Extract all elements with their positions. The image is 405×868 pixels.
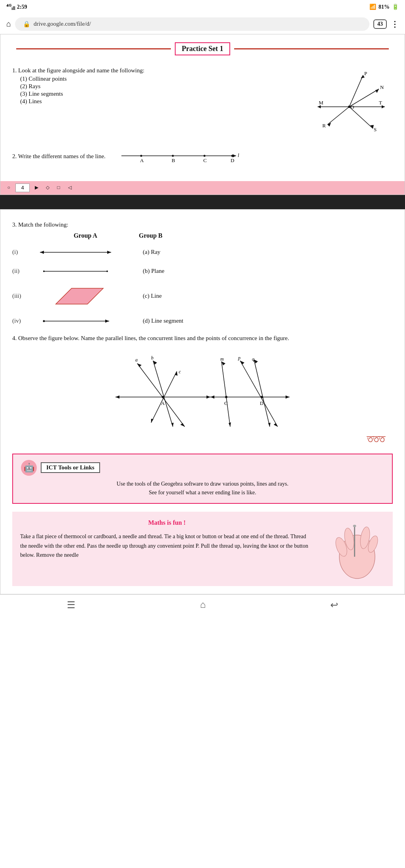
svg-point-22 [172, 155, 174, 157]
svg-point-24 [231, 155, 233, 157]
svg-marker-75 [210, 395, 214, 399]
group-a-header: Group A [32, 232, 139, 239]
svg-line-70 [254, 359, 270, 427]
match-a-2 [32, 265, 119, 277]
figure-q1-svg: O P N M T [306, 67, 393, 138]
q3-header: 3. Match the following: [12, 221, 393, 228]
status-right: 📶 81% 🔋 [369, 4, 399, 10]
svg-marker-31 [107, 251, 111, 254]
browser-bar: ⌂ 🔒 drive.google.com/file/d/ 43 ⋮ [0, 14, 405, 34]
battery-icon: 🔋 [392, 4, 399, 10]
svg-marker-56 [206, 395, 210, 399]
svg-text:m: m [220, 356, 224, 362]
svg-marker-39 [105, 320, 109, 323]
svg-point-78 [353, 525, 356, 527]
line-segment-svg [36, 265, 115, 277]
svg-marker-10 [318, 105, 321, 108]
group-b-header: Group B [139, 232, 393, 239]
page-number-input[interactable] [15, 183, 30, 192]
svg-text:A: A [140, 157, 144, 163]
svg-marker-64 [229, 422, 231, 427]
lock-icon: 🔒 [23, 21, 30, 28]
ict-icon: 🤖 [21, 460, 37, 476]
toolbar: ○ ▶ ◇ □ ◁ [0, 181, 405, 195]
svg-marker-74 [286, 395, 290, 399]
tab-count[interactable]: 43 [373, 19, 387, 29]
match-a-4 [32, 315, 119, 327]
menu-dots-icon[interactable]: ⋮ [391, 19, 399, 29]
black-separator [0, 195, 405, 209]
svg-marker-53 [151, 419, 153, 423]
svg-marker-32 [40, 251, 44, 254]
svg-text:P: P [364, 70, 367, 76]
q3-text: Match the following: [18, 221, 68, 228]
svg-point-35 [106, 270, 108, 272]
wifi-icon: 📶 [369, 4, 376, 10]
svg-text:A: A [161, 400, 165, 406]
svg-line-5 [349, 89, 379, 107]
sub-item-4: (4) Lines [20, 98, 298, 105]
svg-point-38 [43, 320, 45, 322]
svg-marker-68 [240, 361, 244, 365]
q4-number: 4. [12, 335, 17, 341]
svg-marker-69 [274, 423, 278, 427]
q1-sub-items: (1) Collinear points (2) Rays (3) Line s… [20, 76, 298, 105]
q4-text: 4. Observe the figure below. Name the pa… [12, 335, 393, 342]
svg-point-21 [140, 155, 142, 157]
svg-text:S: S [374, 127, 377, 132]
toolbar-triangle[interactable]: ◁ [65, 183, 74, 192]
svg-marker-9 [382, 105, 385, 108]
q1-text: 1. Look at the figure alongside and name… [12, 67, 298, 106]
toolbar-circle[interactable]: ○ [4, 183, 13, 192]
url-bar[interactable]: 🔒 drive.google.com/file/d/ [15, 17, 369, 31]
home-icon[interactable]: ⌂ [6, 19, 11, 28]
svg-text:p: p [238, 355, 240, 361]
hand-illustration-svg [326, 517, 381, 581]
fun-box: Maths is fun ! Take a flat piece of ther… [12, 512, 393, 586]
fun-text-section: Maths is fun ! Take a flat piece of ther… [20, 517, 314, 581]
svg-text:M: M [319, 100, 324, 106]
home-nav-icon[interactable]: ⌂ [200, 599, 206, 610]
url-text: drive.google.com/file/d/ [34, 21, 91, 27]
match-a-1 [32, 246, 119, 258]
match-a-3 [32, 284, 119, 308]
toolbar-rect[interactable]: □ [54, 183, 63, 192]
svg-line-45 [137, 363, 185, 427]
back-icon[interactable]: ↩ [330, 599, 338, 611]
svg-text:c: c [179, 369, 181, 374]
svg-line-62 [221, 361, 230, 427]
content-page-2: 3. Match the following: Group A Group B … [0, 209, 405, 594]
svg-line-67 [240, 361, 278, 427]
svg-marker-6 [375, 89, 379, 93]
q2-body: Write the different names of the line. [18, 153, 106, 159]
ict-header: 🤖 ICT Tools or Links [21, 460, 384, 476]
q4-body: Observe the figure below. Name the paral… [18, 335, 289, 341]
ict-title: ICT Tools or Links [41, 462, 100, 473]
match-num-1: (i) [12, 249, 32, 255]
q1-row: 1. Look at the figure alongside and name… [12, 67, 393, 140]
fun-body: Take a flat piece of thermocol or cardbo… [20, 532, 314, 560]
q2-row: 2. Write the different names of the line… [12, 148, 393, 165]
toolbar-arrow[interactable]: ▶ [32, 183, 41, 192]
figure-q4-svg: A a b c [104, 350, 301, 429]
svg-text:B: B [172, 157, 175, 163]
signal-icon: ⁴ᴳıll [6, 3, 15, 11]
svg-rect-77 [354, 525, 355, 557]
q2-text: 2. Write the different names of the line… [12, 153, 106, 160]
svg-marker-36 [56, 288, 103, 304]
ray-svg [36, 315, 115, 327]
match-row-3: (iii) (c) Line [12, 284, 393, 308]
match-b-3: (c) Line [143, 293, 393, 299]
q3-number: 3. [12, 221, 17, 228]
question-3: 3. Match the following: Group A Group B … [12, 221, 393, 327]
practice-banner: Practice Set 1 [8, 38, 397, 59]
svg-line-2 [349, 75, 363, 107]
svg-text:l: l [238, 152, 239, 158]
match-row-4: (iv) (d) Line segment [12, 315, 393, 327]
match-b-4: (d) Line segment [143, 318, 393, 324]
match-headers: Group A Group B [32, 232, 393, 239]
menu-icon[interactable]: ☰ [67, 599, 76, 611]
toolbar-diamond[interactable]: ◇ [43, 183, 52, 192]
svg-text:T: T [379, 100, 382, 106]
bottom-nav: ☰ ⌂ ↩ [0, 594, 405, 615]
